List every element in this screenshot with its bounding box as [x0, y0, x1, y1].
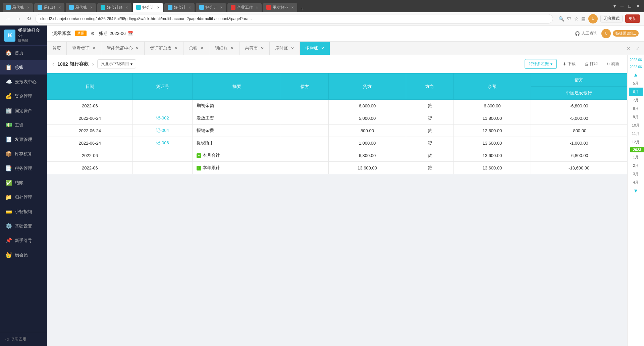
- tab-smart-voucher[interactable]: 智能凭证中心 ✕: [101, 42, 145, 55]
- sidebar-item-payroll[interactable]: 💵 工资: [0, 118, 47, 132]
- timeline-down-arrow[interactable]: ▼: [632, 187, 640, 195]
- browser-tab-8[interactable]: 企业工作 ✕: [227, 3, 262, 12]
- timeline-month-item[interactable]: 11月: [629, 130, 642, 138]
- sidebar-footer[interactable]: ◁ 取消固定: [0, 332, 47, 346]
- tab-close-4[interactable]: ✕: [125, 6, 128, 9]
- new-tab-button[interactable]: +: [299, 6, 306, 12]
- panel-expand-icon[interactable]: ⤢: [635, 44, 641, 52]
- browser-tab-2[interactable]: 易代账 ✕: [34, 3, 64, 12]
- settings-gear-icon[interactable]: ⚙: [91, 31, 95, 36]
- sidebar-item-expense[interactable]: 💳 小畅报销: [0, 204, 47, 219]
- cell-voucher-1[interactable]: 记-002: [132, 112, 192, 125]
- minimize-button[interactable]: ─: [619, 3, 625, 9]
- star-icon[interactable]: ☆: [574, 16, 579, 21]
- timeline-month-item[interactable]: 1月: [629, 153, 642, 161]
- tab-close-9[interactable]: ✕: [291, 6, 294, 9]
- search-icon[interactable]: 🔍: [558, 16, 564, 21]
- tab-detail-ledger-close[interactable]: ✕: [230, 46, 234, 51]
- browser-tab-4[interactable]: 好会计账 ✕: [97, 3, 131, 12]
- browser-tab-3[interactable]: 易代账 ✕: [66, 3, 96, 12]
- timeline-up-arrow[interactable]: ▲: [632, 70, 640, 79]
- refresh-button[interactable]: ↻: [25, 15, 33, 22]
- browser-tab-5[interactable]: 好会计 ✕: [133, 3, 163, 12]
- update-button[interactable]: 更新: [625, 14, 640, 23]
- address-input[interactable]: [35, 14, 553, 23]
- voucher-link-3[interactable]: 记-006: [156, 140, 169, 145]
- panel-collapse-icon[interactable]: ✕: [625, 44, 632, 52]
- tab-close-2[interactable]: ✕: [58, 6, 61, 9]
- print-button[interactable]: 🖨 打印: [582, 60, 600, 68]
- timeline-month-item[interactable]: 3月: [629, 170, 642, 178]
- next-subject-button[interactable]: ›: [92, 61, 94, 67]
- sidebar-item-archive[interactable]: 📁 归档管理: [0, 190, 47, 204]
- tab-voucher-summary-close[interactable]: ✕: [174, 46, 178, 51]
- tab-close-7[interactable]: ✕: [220, 6, 223, 9]
- browser-tab-6[interactable]: 好会计 ✕: [164, 3, 195, 12]
- tab-multi-col-close[interactable]: ✕: [321, 46, 324, 51]
- browser-tab-7[interactable]: 好会计 ✕: [196, 3, 226, 12]
- tab-balance-close[interactable]: ✕: [261, 46, 264, 51]
- stealth-mode-button[interactable]: 无痕模式: [600, 15, 623, 22]
- tab-close-8[interactable]: ✕: [256, 6, 258, 9]
- timeline-month-item[interactable]: 12月: [629, 138, 642, 146]
- sidebar-item-tax[interactable]: 📑 税务管理: [0, 161, 47, 176]
- subject-filter-dropdown[interactable]: 只显示下级科目 ▾: [97, 59, 136, 68]
- sidebar-item-funds[interactable]: 💰 资金管理: [0, 89, 47, 103]
- cell-voucher-3[interactable]: 记-006: [132, 137, 192, 149]
- tab-view-voucher-close[interactable]: ✕: [92, 46, 96, 51]
- timeline-month-item[interactable]: 9月: [629, 113, 642, 121]
- sidebar-panel-icon[interactable]: ▤: [581, 16, 586, 21]
- tab-close-1[interactable]: ✕: [27, 6, 30, 9]
- timeline-month-item[interactable]: 4月: [629, 178, 642, 187]
- shield-icon[interactable]: 🛡: [567, 16, 572, 21]
- sidebar-item-assets[interactable]: 🏢 固定资产: [0, 103, 47, 118]
- sidebar-item-guide[interactable]: 📌 新手引导: [0, 233, 47, 248]
- timeline-month-item[interactable]: 5月: [629, 79, 642, 88]
- timeline-month-item[interactable]: 2月: [629, 161, 642, 170]
- cell-voucher-2[interactable]: 记-004: [132, 125, 192, 137]
- tab-multi-col[interactable]: 多栏账 ✕: [300, 42, 330, 55]
- timeline-month-item[interactable]: 7月: [629, 96, 642, 104]
- sidebar-item-invoice[interactable]: 🧾 发票管理: [0, 132, 47, 147]
- sidebar-item-home[interactable]: 🏠 首页: [0, 46, 47, 60]
- calendar-icon[interactable]: 📅: [128, 31, 133, 36]
- browser-tab-1[interactable]: 易代账 ✕: [3, 3, 33, 12]
- tab-close-6[interactable]: ✕: [189, 6, 191, 9]
- sidebar-item-ledger[interactable]: 📋 总账: [0, 60, 47, 75]
- tab-sequence-ledger[interactable]: 序时账 ✕: [270, 42, 300, 55]
- tab-close-3[interactable]: ✕: [90, 6, 93, 9]
- browser-user-avatar[interactable]: U: [588, 14, 598, 23]
- tab-voucher-summary[interactable]: 凭证汇总表 ✕: [145, 42, 183, 55]
- maximize-button[interactable]: □: [627, 3, 633, 9]
- voucher-link-1[interactable]: 记-002: [156, 115, 169, 120]
- sidebar-item-close[interactable]: ✅ 结账: [0, 176, 47, 190]
- tab-balance[interactable]: 余额表 ✕: [239, 42, 270, 55]
- tab-close-5[interactable]: ✕: [157, 6, 160, 9]
- tab-general-ledger[interactable]: 总账 ✕: [183, 42, 209, 55]
- multi-col-button[interactable]: 特殊多栏账 ▾: [525, 59, 557, 69]
- download-button[interactable]: ⬇ 下载: [560, 60, 578, 68]
- sidebar-item-reports[interactable]: ☁️ 云报表中心: [0, 75, 47, 89]
- timeline-month-item[interactable]: 10月: [629, 121, 642, 130]
- prev-subject-button[interactable]: ‹: [52, 61, 54, 67]
- voucher-link-2[interactable]: 记-004: [156, 128, 169, 133]
- tab-list-button[interactable]: ▾: [612, 3, 617, 9]
- tab-view-voucher[interactable]: 查看凭证 ✕: [67, 42, 101, 55]
- tab-sequence-ledger-close[interactable]: ✕: [291, 46, 294, 51]
- timeline-month-item[interactable]: 8月: [629, 104, 642, 113]
- sidebar-item-member[interactable]: 👑 畅会员: [0, 248, 47, 262]
- tab-smart-voucher-close[interactable]: ✕: [136, 46, 139, 51]
- consult-button[interactable]: 🎧 人工咨询: [575, 31, 597, 36]
- sidebar-item-settings[interactable]: ⚙️ 基础设置: [0, 219, 47, 233]
- timeline-month-item[interactable]: 6月: [629, 88, 642, 96]
- browser-tab-9[interactable]: 用友好业 ✕: [263, 3, 297, 12]
- timeline-month-item[interactable]: 2023: [630, 147, 644, 152]
- forward-button[interactable]: →: [15, 16, 23, 22]
- back-button[interactable]: ←: [4, 16, 12, 22]
- refresh-button[interactable]: ↻ 刷新: [604, 60, 622, 68]
- tab-detail-ledger[interactable]: 明细账 ✕: [209, 42, 239, 55]
- sidebar-item-inventory[interactable]: 📦 库存核算: [0, 147, 47, 161]
- close-window-button[interactable]: ✕: [635, 3, 641, 9]
- tab-home[interactable]: 首页: [47, 42, 67, 55]
- tab-general-ledger-close[interactable]: ✕: [200, 46, 204, 51]
